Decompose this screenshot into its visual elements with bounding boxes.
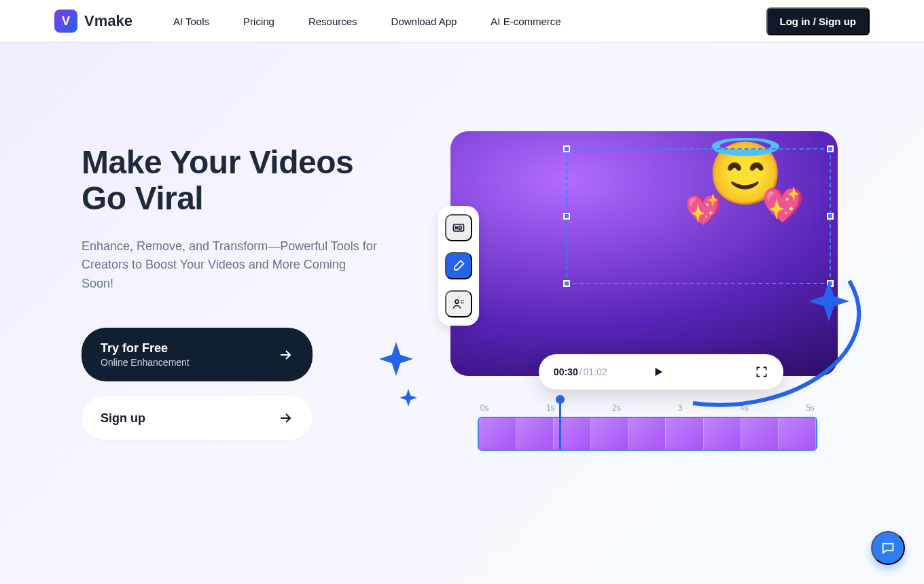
- logo-mark: V: [54, 10, 77, 33]
- timeline-frame: [591, 418, 628, 449]
- hero-subtitle: Enhance, Remove, and Transform—Powerful …: [82, 237, 380, 294]
- hero-title-line2: Go Viral: [82, 180, 203, 216]
- playhead-handle[interactable]: [559, 400, 561, 449]
- login-signup-button[interactable]: Log in / Sign up: [766, 7, 870, 35]
- timeline[interactable]: 0s · 1s · 2s · 3 · 4s · 5s: [478, 403, 817, 451]
- main-nav: AI Tools Pricing Resources Download App …: [173, 16, 766, 27]
- timeline-frame: [628, 418, 666, 449]
- time-current: 00:30: [554, 366, 578, 377]
- chat-support-button[interactable]: [871, 531, 905, 565]
- brand-logo[interactable]: V Vmake: [54, 10, 132, 33]
- nav-resources[interactable]: Resources: [308, 16, 357, 27]
- top-header: V Vmake AI Tools Pricing Resources Downl…: [0, 0, 924, 43]
- time-separator: /: [580, 366, 582, 377]
- cta-secondary-title: Sign up: [101, 411, 145, 426]
- tick-label: 1s: [546, 403, 555, 413]
- tick-dot: ·: [648, 403, 650, 413]
- eraser-tool-button[interactable]: [445, 252, 472, 279]
- person-icon: [452, 297, 465, 311]
- hd-tool-button[interactable]: [445, 214, 472, 241]
- editor-illustration: 😇 💖 💖 00:30 / 01:02: [423, 104, 842, 498]
- timeline-frame: [479, 418, 516, 449]
- brand-name: Vmake: [84, 12, 132, 30]
- cta-primary-title: Try for Free: [101, 341, 190, 356]
- timeline-frame: [666, 418, 703, 449]
- nav-ai-tools[interactable]: AI Tools: [173, 16, 209, 27]
- eraser-icon: [452, 259, 465, 273]
- nav-download-app[interactable]: Download App: [391, 16, 457, 27]
- sparkle-icon: [399, 389, 417, 407]
- timeline-frame: [741, 418, 779, 449]
- sparkle-icon: [379, 342, 413, 376]
- tick-label: 3: [678, 403, 683, 413]
- cta-primary-sub: Online Enhancement: [101, 357, 190, 368]
- timeline-frame: [779, 418, 816, 449]
- chat-icon: [881, 540, 895, 555]
- timeline-frames: [478, 417, 817, 451]
- timeline-frame: [704, 418, 741, 449]
- hero-section: Make Your Videos Go Viral Enhance, Remov…: [0, 43, 924, 584]
- tool-dock: [438, 206, 479, 326]
- hd-icon: [452, 221, 465, 235]
- svg-point-1: [455, 300, 459, 303]
- play-icon[interactable]: [652, 366, 664, 378]
- arrow-right-icon: [277, 410, 294, 426]
- resize-handle[interactable]: [563, 280, 570, 287]
- resize-handle[interactable]: [827, 213, 834, 220]
- tick-dot: ·: [516, 403, 518, 413]
- tick-dot: ·: [582, 403, 584, 413]
- nav-pricing[interactable]: Pricing: [243, 16, 274, 27]
- tick-label: 2s: [612, 403, 621, 413]
- resize-handle[interactable]: [563, 213, 570, 220]
- timeline-frame: [516, 418, 554, 449]
- portrait-tool-button[interactable]: [445, 290, 472, 317]
- arrow-right-icon: [277, 347, 294, 363]
- resize-handle[interactable]: [827, 145, 834, 152]
- tick-label: 0s: [480, 403, 489, 413]
- resize-handle[interactable]: [563, 145, 570, 152]
- cta-try-free-button[interactable]: Try for Free Online Enhancement: [82, 328, 313, 381]
- cta-signup-button[interactable]: Sign up: [82, 396, 313, 440]
- hero-title-line1: Make Your Videos: [82, 144, 353, 180]
- time-total: 01:02: [584, 366, 607, 377]
- nav-ai-ecommerce[interactable]: AI E-commerce: [491, 16, 561, 27]
- swoosh-decoration: [686, 260, 890, 410]
- hero-title: Make Your Videos Go Viral: [82, 145, 396, 217]
